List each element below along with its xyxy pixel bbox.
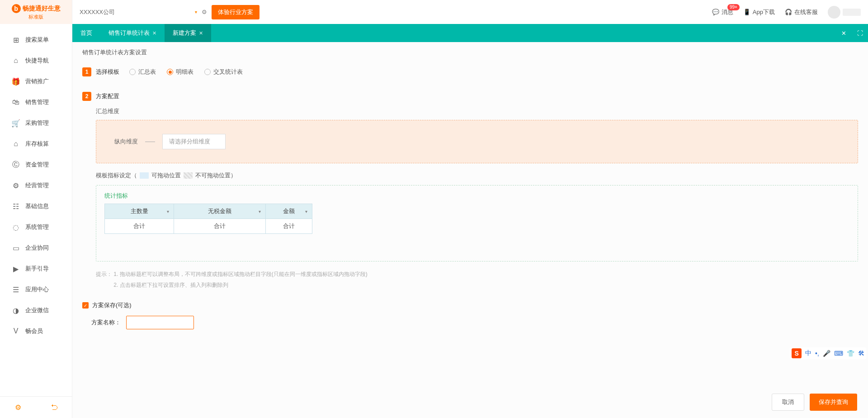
app-label: App下载: [753, 8, 775, 16]
indicator-table: 主数量▾无税金额▾金额▾ 合计合计合计: [104, 204, 312, 234]
radio-label: 汇总表: [138, 68, 156, 76]
nav-item-2[interactable]: 🎁营销推广: [0, 71, 72, 92]
fullscreen-button[interactable]: ⛶: [852, 24, 868, 42]
indicator-column-2[interactable]: 金额▾: [265, 204, 312, 219]
company-select[interactable]: XXXXXX公司 ▾: [80, 8, 197, 16]
ime-mic-icon[interactable]: 🎤: [823, 350, 830, 357]
collapse-icon[interactable]: ⮌: [51, 404, 58, 412]
radio-label: 明细表: [176, 68, 193, 76]
sidebar: b 畅捷通好生意 标准版 ⊞搜索菜单⌂快捷导航🎁营销推广🛍销售管理🛒采购管理⌂库…: [0, 0, 72, 418]
nav-icon: ⌂: [12, 57, 20, 65]
ime-skin-icon[interactable]: 👕: [847, 350, 854, 357]
plan-name-row: 方案名称：: [72, 309, 868, 347]
message-icon: 💬: [712, 9, 719, 15]
tip-2: 2. 点击标题栏下拉可设置排序、插入列和删除列: [113, 282, 228, 288]
top-right: 💬 消息 99+ 📱 App下载 🎧 在线客服: [712, 6, 861, 19]
drag-swatch: [140, 172, 149, 179]
service-link[interactable]: 🎧 在线客服: [785, 8, 818, 16]
indicator-column-0[interactable]: 主数量▾: [105, 204, 174, 219]
step2-row: 2 方案配置: [82, 92, 858, 101]
nav-item-6[interactable]: Ⓒ资金管理: [0, 154, 72, 175]
nav-icon: 🛍: [12, 98, 20, 106]
dim-line: [145, 142, 155, 142]
ime-punct-icon[interactable]: •ˌ: [815, 350, 819, 357]
headset-icon: 🎧: [785, 9, 792, 15]
nav-item-7[interactable]: ⚙经营管理: [0, 175, 72, 196]
tab-close-icon[interactable]: ✕: [199, 30, 203, 36]
nav-icon: ⊞: [12, 36, 20, 44]
nav-icon: ◌: [12, 223, 20, 231]
nav-icon: ☷: [12, 202, 20, 210]
nav-item-12[interactable]: ☰应用中心: [0, 279, 72, 300]
indicator-column-1[interactable]: 无税金额▾: [174, 204, 266, 219]
drag-label: 可拖动位置: [151, 171, 181, 180]
nav-item-8[interactable]: ☷基础信息: [0, 196, 72, 217]
nav-label: 畅会员: [25, 327, 43, 335]
save-query-button[interactable]: 保存并查询: [810, 394, 857, 411]
tips-label: 提示：: [96, 271, 112, 277]
nav-label: 库存核算: [25, 140, 49, 148]
nav-item-11[interactable]: ▶新手引导: [0, 258, 72, 279]
nav-label: 快捷导航: [25, 57, 49, 65]
tips: 提示： 1. 拖动标题栏可以调整布局，不可跨维度或指标区域拖动栏目字段(只能在同…: [96, 267, 858, 299]
nav-item-1[interactable]: ⌂快捷导航: [0, 50, 72, 71]
settings-icon[interactable]: ⚙: [15, 403, 21, 412]
ime-lang[interactable]: 中: [805, 349, 811, 357]
template-radio-0[interactable]: 汇总表: [129, 68, 156, 76]
nav-icon: ☰: [12, 285, 20, 294]
radio-icon: [204, 69, 211, 75]
footer-buttons: 取消 保存并查询: [772, 394, 857, 411]
tab-close-icon[interactable]: ✕: [152, 30, 156, 36]
logo-icon: b: [12, 4, 21, 13]
avatar: [828, 6, 840, 19]
tip-1: 1. 拖动标题栏可以调整布局，不可跨维度或指标区域拖动栏目字段(只能在同一维度或…: [113, 271, 367, 277]
ime-tool-icon[interactable]: 🛠: [858, 350, 864, 357]
service-label: 在线客服: [794, 8, 818, 16]
experience-button[interactable]: 体验行业方案: [212, 5, 259, 19]
message-link[interactable]: 💬 消息 99+: [712, 8, 733, 16]
step2-num: 2: [82, 92, 91, 101]
nav-icon: ⌂: [12, 140, 20, 148]
tab-2[interactable]: 新建方案✕: [165, 24, 211, 42]
ime-keyboard-icon[interactable]: ⌨: [834, 350, 843, 357]
chevron-down-icon: ▾: [305, 209, 307, 214]
tab-0[interactable]: 首页: [72, 24, 100, 42]
company-name: XXXXXX公司: [80, 8, 115, 16]
nav-item-3[interactable]: 🛍销售管理: [0, 92, 72, 113]
content: 销售订单统计表方案设置 1 选择模板 汇总表明细表交叉统计表 2 方案配置 汇总…: [72, 42, 868, 418]
template-radio-1[interactable]: 明细表: [167, 68, 193, 76]
template-radio-2[interactable]: 交叉统计表: [204, 68, 243, 76]
indicator-title: 统计指标: [104, 192, 849, 200]
logo-text: 畅捷通好生意: [23, 5, 61, 13]
nav-label: 采购管理: [25, 119, 49, 127]
close-all-tabs-button[interactable]: ✕: [835, 24, 852, 42]
save-plan-checkbox[interactable]: ✓: [82, 302, 89, 309]
gear-icon[interactable]: ⚙: [202, 9, 207, 15]
chevron-down-icon: ▾: [195, 10, 197, 14]
nav-label: 营销推广: [25, 77, 49, 86]
nav-item-4[interactable]: 🛒采购管理: [0, 113, 72, 133]
nav-label: 新手引导: [25, 265, 49, 273]
tab-label: 新建方案: [173, 29, 196, 37]
nav-item-13[interactable]: ◑企业微信: [0, 300, 72, 321]
cancel-button[interactable]: 取消: [772, 394, 804, 411]
tab-1[interactable]: 销售订单统计表✕: [100, 24, 165, 42]
plan-name-input[interactable]: [126, 316, 194, 329]
app-download-link[interactable]: 📱 App下载: [743, 8, 775, 16]
user-menu[interactable]: [828, 6, 861, 19]
nav-label: 企业微信: [25, 306, 49, 314]
topbar: XXXXXX公司 ▾ ⚙ 体验行业方案 💬 消息 99+ 📱 App下载 🎧 在…: [72, 0, 868, 24]
nav-icon: V: [12, 327, 20, 335]
nav-item-5[interactable]: ⌂库存核算: [0, 133, 72, 154]
nav-item-0[interactable]: ⊞搜索菜单: [0, 29, 72, 50]
nav-item-14[interactable]: V畅会员: [0, 321, 72, 342]
nav-item-9[interactable]: ◌系统管理: [0, 217, 72, 238]
radio-icon: [129, 69, 136, 75]
radio-icon: [167, 69, 173, 75]
ime-logo-icon[interactable]: S: [792, 348, 802, 358]
group-dimension-select[interactable]: 请选择分组维度: [162, 134, 226, 149]
nav-icon: 🛒: [12, 119, 20, 127]
indicator-cell: 合计: [174, 219, 266, 234]
indicator-cell: 合计: [105, 219, 174, 234]
nav-item-10[interactable]: ▭企业协同: [0, 238, 72, 258]
